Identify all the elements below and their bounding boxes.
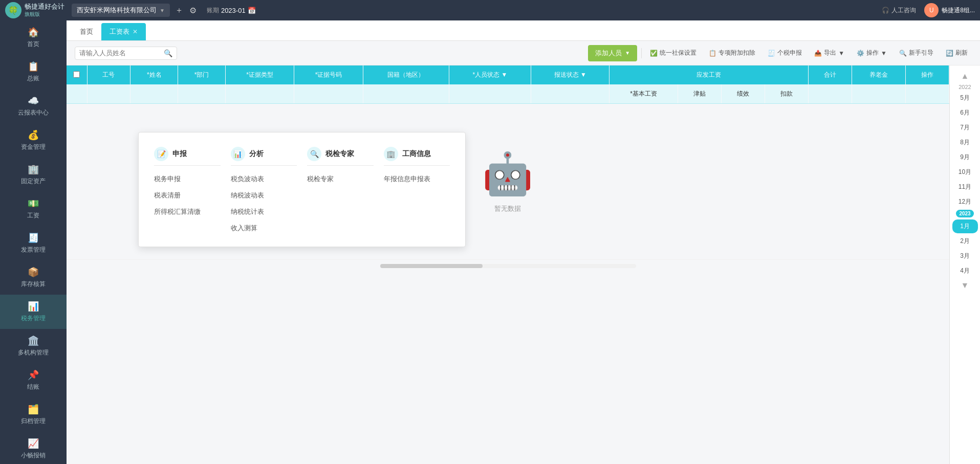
month-10[interactable]: 10月 [952, 165, 978, 179]
menu-tax-expert[interactable]: 税检专家 [307, 171, 374, 187]
sidebar-item-assets[interactable]: 🏢 固定资产 [0, 158, 67, 192]
sidebar-item-checkout[interactable]: 📌 结账 [0, 363, 67, 397]
month-1[interactable]: 1月 [952, 219, 978, 233]
sidebar-item-xiao[interactable]: 📈 小畅报销 [0, 432, 67, 464]
operation-label: 操作 [866, 49, 879, 57]
tab-close-icon[interactable]: ✕ [133, 28, 138, 35]
sidebar-label-payroll: 工资 [27, 211, 39, 220]
month-12[interactable]: 12月 [952, 195, 978, 209]
th-sub-empty7 [363, 84, 449, 104]
calendar-icon[interactable]: 📅 [248, 7, 256, 14]
sidebar-item-inventory[interactable]: 📦 库存核算 [0, 260, 67, 295]
sidebar-item-tax[interactable]: 📊 税务管理 [0, 295, 67, 329]
separator-1 [641, 48, 642, 58]
social-btn[interactable]: ✅ 统一社保设置 [646, 46, 701, 60]
sidebar-item-payroll[interactable]: 💵 工资 [0, 192, 67, 226]
sidebar-item-multi[interactable]: 🏛️ 多机构管理 [0, 329, 67, 363]
sidebar-item-ledger[interactable]: 📋 总账 [0, 55, 67, 89]
sidebar-label-assets: 固定资产 [21, 177, 46, 186]
sidebar-label-multi: 多机构管理 [18, 348, 49, 357]
dropdown-header-expert: 🔍 税检专家 [307, 143, 374, 166]
sidebar-item-cloud[interactable]: ☁️ 云报表中心 [0, 89, 67, 123]
shenb-icon: 📝 [154, 147, 168, 161]
menu-tax-stats[interactable]: 纳税统计表 [231, 204, 297, 220]
month-5[interactable]: 5月 [952, 91, 978, 105]
search-input[interactable] [79, 49, 161, 57]
th-sub-empty3 [130, 84, 178, 104]
deduction-btn[interactable]: 📋 专项附加扣除 [705, 46, 759, 60]
menu-tax-submit[interactable]: 税务申报 [154, 171, 221, 187]
logo-text-wrap: 畅捷通好会计 旗舰版 [25, 3, 64, 18]
menu-annual-report[interactable]: 年报信息申报表 [384, 171, 450, 187]
right-panel: ▲ 2022 5月 6月 7月 8月 9月 10月 11月 12月 2023 1… [949, 65, 980, 464]
menu-tax-detail[interactable]: 纳税波动表 [231, 187, 297, 204]
th-person-status: *人员状态 ▼ [449, 65, 531, 84]
th-sub-empty1 [67, 84, 87, 104]
th-total: 合计 [808, 65, 852, 84]
payroll-icon: 💵 [28, 198, 39, 209]
tab-home[interactable]: 首页 [72, 23, 101, 40]
panel-up-arrow[interactable]: ▲ [959, 70, 971, 83]
operation-icon: ⚙️ [857, 50, 864, 57]
select-all-checkbox[interactable] [73, 71, 80, 78]
month-11[interactable]: 11月 [952, 180, 978, 194]
th-sub-empty8 [449, 84, 531, 104]
company-selector[interactable]: 西安虾米网络科技有限公司 ▼ [72, 4, 170, 17]
add-person-button[interactable]: 添加人员 ▼ [588, 45, 637, 61]
user-info[interactable]: U 畅捷通8组... [924, 3, 975, 17]
tax-report-label: 个税申报 [777, 49, 802, 57]
scrollbar-thumb[interactable] [380, 264, 483, 268]
sidebar-item-funds[interactable]: 💰 资金管理 [0, 123, 67, 158]
operation-chevron-icon: ▼ [881, 50, 887, 57]
tab-payroll[interactable]: 工资表 ✕ [101, 23, 146, 40]
menu-income-calc[interactable]: 收入测算 [231, 220, 297, 236]
menu-income-tax[interactable]: 所得税汇算清缴 [154, 204, 221, 220]
period-value: 2023-01 [221, 7, 246, 14]
scrollbar-track[interactable] [380, 264, 636, 268]
month-6[interactable]: 6月 [952, 106, 978, 120]
add-btn-label: 添加人员 [595, 49, 622, 58]
tax-report-icon: 🧾 [768, 50, 775, 57]
newbie-guide-btn[interactable]: 🔍 新手引导 [895, 46, 938, 60]
settings-icon[interactable]: ⚙ [189, 6, 197, 15]
invoice-icon: 🧾 [28, 232, 39, 244]
tab-bar: 首页 工资表 ✕ [67, 20, 980, 41]
scroll-area [67, 260, 949, 272]
company-chevron-icon: ▼ [160, 8, 165, 13]
sidebar-item-invoice[interactable]: 🧾 发票管理 [0, 226, 67, 260]
menu-tax-fluctuation[interactable]: 税负波动表 [231, 171, 297, 187]
menu-tax-form[interactable]: 税表清册 [154, 187, 221, 204]
month-8[interactable]: 8月 [952, 136, 978, 149]
sidebar-label-ledger: 总账 [27, 74, 39, 83]
help-button[interactable]: 🎧 人工咨询 [882, 6, 916, 15]
period-label: 账期 [207, 6, 219, 15]
tax-report-btn[interactable]: 🧾 个税申报 [764, 46, 806, 60]
month-3[interactable]: 3月 [952, 249, 978, 263]
analysis-icon: 📊 [231, 147, 245, 161]
operation-btn[interactable]: ⚙️ 操作 ▼ [853, 46, 891, 60]
panel-down-arrow[interactable]: ▼ [959, 279, 971, 292]
th-checkbox[interactable] [67, 65, 87, 84]
th-sub-empty10 [808, 84, 852, 104]
social-label: 统一社保设置 [660, 49, 696, 57]
month-2[interactable]: 2月 [952, 234, 978, 248]
sidebar-label-cloud: 云报表中心 [18, 108, 49, 117]
search-wrap[interactable]: 🔍 [75, 47, 177, 60]
add-company-icon[interactable]: ＋ [175, 5, 183, 16]
sidebar-item-archive[interactable]: 🗂️ 归档管理 [0, 397, 67, 432]
month-7[interactable]: 7月 [952, 121, 978, 135]
month-4[interactable]: 4月 [952, 264, 978, 278]
inventory-icon: 📦 [28, 267, 39, 278]
multi-icon: 🏛️ [28, 335, 39, 346]
th-id-num: *证据号码 [294, 65, 363, 84]
funds-icon: 💰 [28, 129, 39, 141]
refresh-btn[interactable]: 🔄 刷新 [942, 46, 972, 60]
assets-icon: 🏢 [28, 164, 39, 175]
th-sub-allowance: 津贴 [678, 84, 722, 104]
export-btn[interactable]: 📤 导出 ▼ [810, 46, 848, 60]
content-area: 首页 工资表 ✕ 🔍 添加人员 ▼ ✅ 统一社保设置 📋 [67, 20, 980, 464]
sidebar-item-home[interactable]: 🏠 首页 [0, 20, 67, 55]
sidebar-label-checkout: 结账 [27, 383, 39, 391]
sidebar-label-funds: 资金管理 [21, 143, 46, 151]
month-9[interactable]: 9月 [952, 150, 978, 164]
